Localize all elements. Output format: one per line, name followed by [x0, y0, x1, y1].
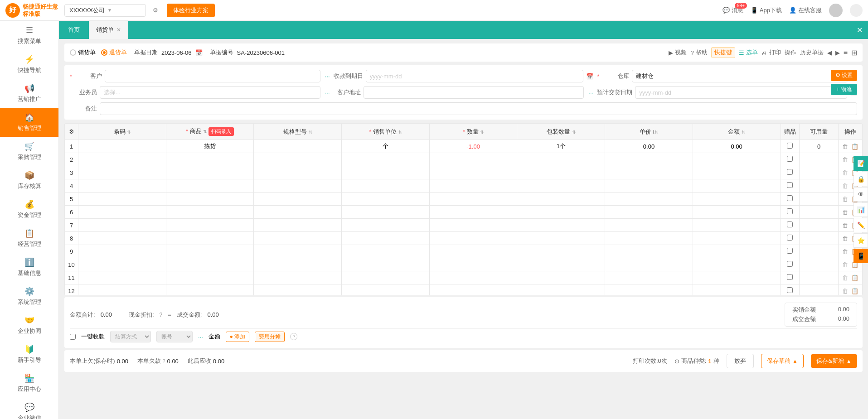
- row-unit[interactable]: [342, 179, 430, 193]
- salesperson-input[interactable]: 选择...: [100, 86, 320, 99]
- radio-return[interactable]: 退货单: [101, 48, 127, 57]
- delete-icon[interactable]: 🗑: [842, 196, 848, 202]
- row-product[interactable]: [166, 166, 254, 179]
- row-spec[interactable]: [254, 153, 342, 166]
- sidebar-item-purchase[interactable]: 🛒 采购管理: [0, 137, 58, 166]
- close-tab-icon[interactable]: ✕: [116, 27, 121, 33]
- row-unit[interactable]: [342, 140, 430, 153]
- row-product[interactable]: [166, 140, 254, 153]
- row-spec[interactable]: [254, 232, 342, 245]
- prev-icon[interactable]: ◀: [827, 47, 832, 58]
- row-product[interactable]: [166, 206, 254, 219]
- payment-method-select[interactable]: 结算方式: [110, 331, 151, 342]
- row-barcode[interactable]: [78, 166, 166, 179]
- row-unit[interactable]: [342, 153, 430, 166]
- row-qty[interactable]: [429, 140, 517, 153]
- select-order-btn[interactable]: ☰选单: [739, 47, 758, 58]
- row-gift[interactable]: [781, 206, 800, 219]
- row-pack-qty[interactable]: [517, 271, 605, 284]
- row-product[interactable]: [166, 179, 254, 193]
- calendar-due-icon[interactable]: 📅: [586, 73, 593, 80]
- history-btn[interactable]: 历史单据: [800, 47, 824, 58]
- row-price[interactable]: [605, 258, 693, 271]
- row-unit[interactable]: [342, 245, 430, 258]
- row-barcode[interactable]: [78, 258, 166, 271]
- operate-btn[interactable]: 操作: [785, 47, 796, 58]
- company-select[interactable]: XXXXXX公司 ▼: [64, 4, 146, 17]
- row-gift[interactable]: [781, 284, 800, 296]
- row-product[interactable]: [166, 193, 254, 206]
- delete-icon[interactable]: 🗑: [842, 222, 848, 229]
- payment-account-select[interactable]: 账号: [156, 331, 193, 342]
- sidebar-item-marketing[interactable]: 📢 营销推广: [0, 79, 58, 108]
- trial-button[interactable]: 体验行业方案: [167, 4, 215, 17]
- row-spec[interactable]: [254, 166, 342, 179]
- delete-icon[interactable]: 🗑: [842, 261, 848, 268]
- row-barcode[interactable]: [78, 206, 166, 219]
- row-amount[interactable]: [693, 284, 781, 296]
- row-pack-qty[interactable]: [517, 284, 605, 296]
- sidebar-item-appstore[interactable]: 🏪 应用中心: [0, 369, 58, 398]
- row-product[interactable]: [166, 284, 254, 296]
- row-unit[interactable]: [342, 193, 430, 206]
- float-btn-3[interactable]: 👁: [853, 187, 868, 202]
- logistics-btn[interactable]: + 物流: [831, 84, 857, 95]
- row-barcode[interactable]: [78, 271, 166, 284]
- row-pack-qty[interactable]: [517, 166, 605, 179]
- row-amount[interactable]: [693, 258, 781, 271]
- row-pack-qty[interactable]: [517, 245, 605, 258]
- row-gift[interactable]: [781, 219, 800, 232]
- row-gift[interactable]: [781, 166, 800, 179]
- delete-icon[interactable]: 🗑: [842, 209, 848, 216]
- settings-btn[interactable]: ⚙ 设置: [831, 70, 857, 81]
- addr-more-icon[interactable]: ···: [588, 89, 593, 96]
- row-pack-qty[interactable]: [517, 140, 605, 153]
- row-spec[interactable]: [254, 179, 342, 193]
- row-spec[interactable]: [254, 193, 342, 206]
- sidebar-item-inventory[interactable]: 📦 库存核算: [0, 166, 58, 195]
- close-all-tabs-icon[interactable]: ✕: [857, 26, 863, 34]
- save-new-button[interactable]: 保存&新增 ▲: [811, 354, 857, 368]
- list-view-icon[interactable]: ≡: [844, 47, 848, 58]
- app-download-button[interactable]: 📱 App下载: [751, 6, 782, 14]
- row-gift[interactable]: [781, 245, 800, 258]
- sidebar-item-collab[interactable]: 🤝 企业协同: [0, 311, 58, 340]
- row-spec[interactable]: [254, 284, 342, 296]
- row-barcode[interactable]: [78, 232, 166, 245]
- remark-input[interactable]: [100, 102, 857, 115]
- payment-due-input[interactable]: yyyy-mm-dd: [366, 70, 584, 82]
- calendar-icon[interactable]: 📅: [195, 49, 203, 56]
- row-spec[interactable]: [254, 219, 342, 232]
- delete-icon[interactable]: 🗑: [842, 183, 848, 189]
- message-button[interactable]: 💬 消息 99+: [723, 6, 743, 14]
- row-amount[interactable]: [693, 219, 781, 232]
- row-unit[interactable]: [342, 258, 430, 271]
- row-unit[interactable]: [342, 232, 430, 245]
- sidebar-item-guide[interactable]: 🔰 新手引导: [0, 340, 58, 369]
- row-barcode[interactable]: [78, 245, 166, 258]
- row-pack-qty[interactable]: [517, 219, 605, 232]
- scan-button[interactable]: 扫码录入: [209, 127, 234, 136]
- sidebar-item-finance[interactable]: 💰 资金管理: [0, 195, 58, 224]
- settings-icon[interactable]: ⚙: [149, 4, 162, 17]
- sidebar-item-basic[interactable]: ℹ️ 基础信息: [0, 253, 58, 282]
- delivery-date-input[interactable]: yyyy-mm-dd: [635, 86, 847, 99]
- avatar[interactable]: [829, 4, 843, 17]
- fee-split-button[interactable]: 费用分摊: [255, 332, 285, 342]
- delete-icon[interactable]: 🗑: [842, 288, 848, 294]
- row-qty[interactable]: [429, 206, 517, 219]
- tab-sales-order[interactable]: 销货单 ✕: [89, 21, 128, 39]
- row-spec[interactable]: [254, 245, 342, 258]
- row-price[interactable]: [605, 179, 693, 193]
- row-amount[interactable]: [693, 232, 781, 245]
- row-spec[interactable]: [254, 258, 342, 271]
- add-payment-button[interactable]: ● 添加: [226, 332, 250, 342]
- sidebar-item-quick-nav[interactable]: ⚡ 快捷导航: [0, 50, 58, 79]
- row-gift[interactable]: [781, 153, 800, 166]
- row-barcode[interactable]: [78, 140, 166, 153]
- float-btn-7[interactable]: 📱: [853, 249, 868, 263]
- row-amount[interactable]: [693, 193, 781, 206]
- row-qty[interactable]: [429, 245, 517, 258]
- shortcut-btn[interactable]: 快捷键: [711, 47, 735, 58]
- row-amount[interactable]: [693, 206, 781, 219]
